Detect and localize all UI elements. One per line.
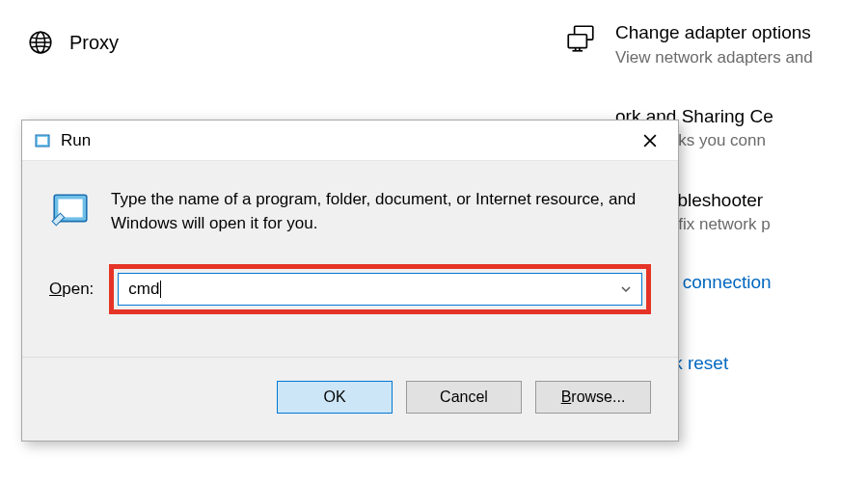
svg-rect-4 [568, 35, 586, 48]
svg-rect-9 [38, 137, 47, 145]
settings-item-subtitle: View network adapters and [615, 47, 813, 68]
text-cursor [160, 281, 161, 298]
open-input-highlight: cmd [109, 264, 651, 314]
settings-item-title: Change adapter options [615, 21, 813, 45]
run-program-icon [49, 188, 92, 230]
settings-item-adapter[interactable]: Change adapter options View network adap… [563, 21, 868, 68]
monitor-icon [563, 21, 598, 56]
run-dialog: Run Type the name of a program, folder, … [21, 120, 679, 442]
run-button-row: OK Cancel Browse... [22, 357, 678, 433]
run-titlebar[interactable]: Run [22, 120, 678, 161]
run-prompt-text: Type the name of a program, folder, docu… [111, 188, 651, 235]
open-label: Open: [49, 280, 94, 299]
run-icon [34, 132, 51, 149]
globe-icon [27, 29, 54, 56]
ok-button[interactable]: OK [277, 381, 393, 414]
open-input-value: cmd [128, 280, 159, 299]
close-button[interactable] [628, 120, 672, 160]
cancel-button[interactable]: Cancel [406, 381, 522, 414]
proxy-label: Proxy [69, 32, 119, 54]
run-title: Run [61, 131, 628, 150]
chevron-down-icon[interactable] [616, 280, 636, 299]
settings-proxy-row[interactable]: Proxy [27, 29, 119, 56]
browse-button[interactable]: Browse... [535, 381, 651, 414]
open-combobox[interactable]: cmd [118, 273, 642, 306]
